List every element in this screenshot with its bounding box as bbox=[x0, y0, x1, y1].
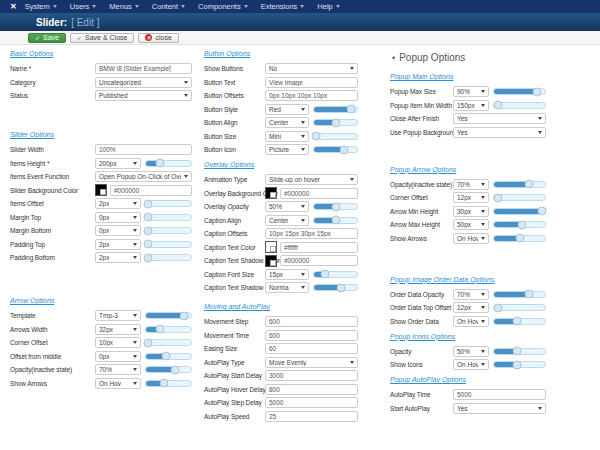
overlay-background-color-color-input[interactable] bbox=[280, 188, 358, 199]
menu-system[interactable]: System bbox=[25, 2, 57, 11]
caption-align-slider[interactable] bbox=[313, 217, 358, 224]
show-arrows-slider[interactable] bbox=[493, 235, 546, 242]
order-data-opacity-select[interactable]: 70% bbox=[453, 289, 489, 300]
caption-offsets-input[interactable] bbox=[265, 228, 358, 239]
popup-max-size-select[interactable]: 90% bbox=[453, 86, 489, 97]
template-slider[interactable] bbox=[145, 312, 192, 319]
opacity-inactive-state-select[interactable]: 70% bbox=[453, 179, 489, 190]
slider-background-color-color-swatch[interactable] bbox=[95, 184, 107, 196]
menu-extensions[interactable]: Extensions bbox=[261, 2, 305, 11]
button-align-slider-handle[interactable] bbox=[331, 118, 340, 127]
padding-top-slider-handle[interactable] bbox=[143, 240, 152, 249]
caption-font-size-select[interactable]: 15px bbox=[265, 269, 309, 280]
margin-top-slider-handle[interactable] bbox=[143, 213, 152, 222]
padding-bottom-slider[interactable] bbox=[145, 254, 192, 261]
show-order-data-slider-handle[interactable] bbox=[512, 317, 521, 326]
arrow-max-height-slider[interactable] bbox=[493, 221, 546, 228]
corner-offset-slider-handle[interactable] bbox=[144, 338, 153, 347]
opacity-slider-handle[interactable] bbox=[512, 347, 521, 356]
caption-align-slider-handle[interactable] bbox=[332, 216, 341, 225]
caption-text-color-color-input[interactable] bbox=[280, 242, 358, 253]
button-icon-select[interactable]: Picture bbox=[265, 144, 309, 155]
button-size-slider-handle[interactable] bbox=[312, 132, 321, 141]
caption-text-color-color-swatch[interactable] bbox=[265, 241, 277, 253]
menu-components[interactable]: Components bbox=[198, 2, 248, 11]
button-icon-slider-handle[interactable] bbox=[340, 145, 349, 154]
popup-item-min-width-select[interactable]: 150px bbox=[453, 100, 489, 111]
button-style-slider-handle[interactable] bbox=[346, 105, 355, 114]
overlay-opacity-select[interactable]: 50% bbox=[265, 201, 309, 212]
button-icon-slider[interactable] bbox=[313, 146, 358, 153]
items-height-select[interactable]: 200px bbox=[95, 158, 141, 169]
slider-width-input[interactable] bbox=[95, 144, 192, 155]
autoplay-start-delay-input[interactable] bbox=[265, 370, 358, 381]
order-data-opacity-slider[interactable] bbox=[493, 291, 546, 298]
opacity-inactive-state-select[interactable]: 70% bbox=[95, 364, 141, 375]
autoplay-type-select[interactable]: Move Evenly bbox=[265, 357, 358, 368]
button-align-slider[interactable] bbox=[313, 119, 358, 126]
status-select[interactable]: Published bbox=[95, 90, 192, 101]
overlay-background-color-color-swatch[interactable] bbox=[265, 187, 277, 199]
corner-offset-select[interactable]: 10px bbox=[95, 337, 141, 348]
slider-background-color-color-input[interactable] bbox=[110, 185, 192, 196]
caption-font-size-slider[interactable] bbox=[313, 271, 358, 278]
margin-bottom-slider-handle[interactable] bbox=[143, 226, 152, 235]
opacity-inactive-state-slider[interactable] bbox=[145, 366, 192, 373]
show-buttons-select[interactable]: No bbox=[265, 63, 358, 74]
caption-text-shadow-size-select[interactable]: Norma bbox=[265, 282, 309, 293]
arrow-min-height-select[interactable]: 30px bbox=[453, 206, 489, 217]
items-height-slider-handle[interactable] bbox=[155, 159, 164, 168]
easing-size-input[interactable] bbox=[265, 343, 358, 354]
caption-text-shadow-color-color-swatch[interactable] bbox=[265, 255, 277, 267]
autoplay-hover-delay-input[interactable] bbox=[265, 384, 358, 395]
show-arrows-slider-handle[interactable] bbox=[515, 234, 524, 243]
show-icons-slider-handle[interactable] bbox=[512, 360, 521, 369]
arrow-min-height-slider-handle[interactable] bbox=[538, 207, 547, 216]
margin-bottom-select[interactable]: 0px bbox=[95, 225, 141, 236]
menu-users[interactable]: Users bbox=[70, 2, 97, 11]
close-button[interactable]: ✕ close bbox=[138, 33, 178, 43]
padding-top-select[interactable]: 2px bbox=[95, 239, 141, 250]
margin-top-select[interactable]: 0px bbox=[95, 212, 141, 223]
autoplay-step-delay-input[interactable] bbox=[265, 397, 358, 408]
corner-offset-slider[interactable] bbox=[493, 194, 546, 201]
opacity-inactive-state-slider-handle[interactable] bbox=[524, 180, 533, 189]
name-input[interactable] bbox=[95, 63, 192, 74]
popup-item-min-width-slider[interactable] bbox=[493, 102, 546, 109]
margin-bottom-slider[interactable] bbox=[145, 227, 192, 234]
items-event-function-select[interactable]: Open Popup On-Click of Over bbox=[95, 171, 192, 182]
overlay-opacity-slider-handle[interactable] bbox=[332, 202, 341, 211]
caption-text-shadow-color-color-input[interactable] bbox=[280, 255, 358, 266]
button-offsets-input[interactable] bbox=[265, 90, 358, 101]
menu-menus[interactable]: Menus bbox=[109, 2, 139, 11]
arrow-max-height-slider-handle[interactable] bbox=[518, 220, 527, 229]
autoplay-time-input[interactable] bbox=[453, 389, 546, 400]
caption-text-shadow-size-slider-handle[interactable] bbox=[336, 283, 345, 292]
close-after-finish-select[interactable]: Yes bbox=[453, 113, 546, 124]
show-arrows-select[interactable]: On Hov bbox=[453, 233, 489, 244]
template-slider-handle[interactable] bbox=[180, 311, 189, 320]
show-icons-slider[interactable] bbox=[493, 361, 546, 368]
category-select[interactable]: Uncategorized bbox=[95, 77, 192, 88]
caption-text-shadow-size-slider[interactable] bbox=[313, 284, 358, 291]
show-order-data-slider[interactable] bbox=[493, 318, 546, 325]
items-height-slider[interactable] bbox=[145, 160, 192, 167]
save-and-close-button[interactable]: ✓ Save & Close bbox=[70, 33, 134, 43]
opacity-inactive-state-slider[interactable] bbox=[493, 181, 546, 188]
items-offset-slider[interactable] bbox=[145, 200, 192, 207]
arrows-width-select[interactable]: 32px bbox=[95, 324, 141, 335]
offset-from-middle-select[interactable]: 0px bbox=[95, 351, 141, 362]
opacity-select[interactable]: 50% bbox=[453, 346, 489, 357]
show-order-data-select[interactable]: On Hov bbox=[453, 316, 489, 327]
start-autoplay-select[interactable]: Yes bbox=[453, 403, 546, 414]
popup-max-size-slider[interactable] bbox=[493, 88, 546, 95]
overlay-opacity-slider[interactable] bbox=[313, 203, 358, 210]
arrow-max-height-select[interactable]: 50px bbox=[453, 219, 489, 230]
menu-content[interactable]: Content bbox=[152, 2, 185, 11]
arrows-width-slider-handle[interactable] bbox=[156, 325, 165, 334]
button-size-slider[interactable] bbox=[313, 133, 358, 140]
caption-font-size-slider-handle[interactable] bbox=[320, 270, 329, 279]
button-size-select[interactable]: Mini bbox=[265, 131, 309, 142]
order-data-opacity-slider-handle[interactable] bbox=[524, 290, 533, 299]
menu-help[interactable]: Help bbox=[317, 2, 339, 11]
